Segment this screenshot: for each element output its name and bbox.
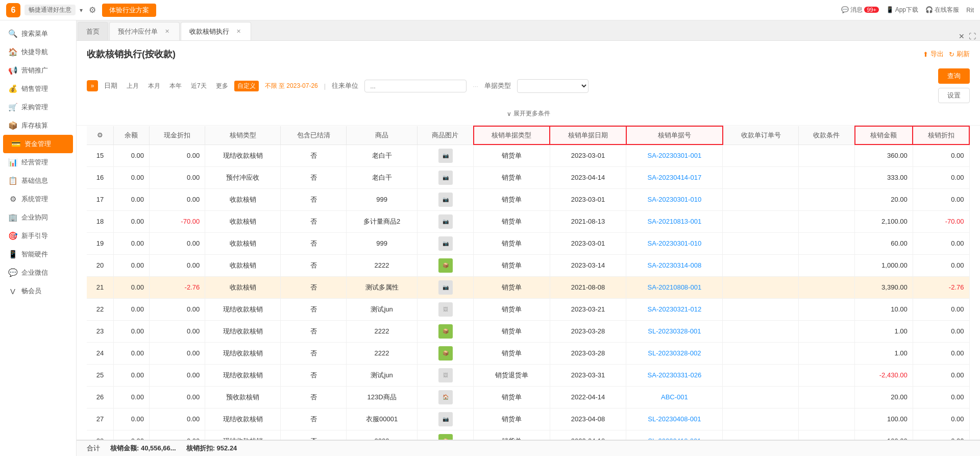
date-opt-this-month[interactable]: 本月: [145, 81, 163, 91]
cell-cancel_discount: 0.00: [913, 430, 969, 440]
cell-cancel_amount: 100.00: [855, 430, 913, 440]
cell-cancel_discount: 0.00: [913, 145, 969, 166]
cell-cancel_type: 现结收款核销: [205, 145, 281, 166]
goods-image: 📦: [438, 324, 453, 339]
date-opt-this-year[interactable]: 本年: [166, 81, 185, 91]
filter-expand-arrow[interactable]: »: [87, 80, 98, 91]
cell-goods_img: 📷: [418, 166, 474, 188]
cell-balance: 0.00: [113, 210, 149, 232]
tab-0[interactable]: 首页: [78, 22, 108, 40]
date-opt-custom[interactable]: 自定义: [234, 81, 259, 91]
close-window-icon[interactable]: ✕: [959, 32, 965, 40]
company-dropdown[interactable]: ▾: [80, 7, 83, 14]
purchase-icon: 🛒: [8, 103, 17, 112]
cell-bill_no: SA-20230321-012: [626, 298, 723, 320]
cell-cancel_amount: 1.00: [855, 320, 913, 342]
bill-no-link[interactable]: SA-20230414-017: [648, 174, 702, 181]
col-header-receipt_order: 收款单订单号: [723, 126, 799, 145]
refresh-button[interactable]: ↻ 刷新: [949, 50, 970, 59]
bill-no-link[interactable]: SA-20230301-010: [648, 196, 702, 203]
sidebar-item-capital[interactable]: 💳资金管理: [3, 135, 73, 153]
sidebar-item-enterprise[interactable]: 🏢企业协同: [0, 208, 76, 227]
sidebar-item-marketing[interactable]: 📢营销推广: [0, 61, 76, 80]
date-opt-last-month[interactable]: 上月: [124, 81, 142, 91]
sidebar-item-nav[interactable]: 🏠快捷导航: [0, 43, 76, 61]
tab-close-2[interactable]: ✕: [234, 28, 242, 36]
bill-no-link[interactable]: SL-20230408-001: [648, 415, 701, 423]
cell-settled: 否: [281, 408, 347, 430]
filter-row-1: » 日期 上月 本月 本年 近7天 更多 自定义 不限 至 2023-07-26…: [87, 65, 970, 106]
cell-receipt_order: [723, 298, 799, 320]
cell-receipt_order: [723, 342, 799, 364]
settings-button[interactable]: 设置: [938, 88, 970, 103]
cell-settled: 否: [281, 320, 347, 342]
cell-goods_img: 🖼: [418, 364, 474, 386]
main-layout: 🔍搜索菜单🏠快捷导航📢营销推广💰销售管理🛒采购管理📦库存核算💳资金管理📊经营管理…: [0, 20, 980, 456]
bill-no-link[interactable]: SA-20210808-001: [648, 283, 702, 291]
tab-close-1[interactable]: ✕: [163, 28, 171, 36]
sidebar-item-sales[interactable]: 💰销售管理: [0, 80, 76, 98]
settings-icon[interactable]: ⚙: [87, 5, 98, 16]
bill-no-link[interactable]: SL-20230328-002: [648, 349, 701, 357]
sidebar-item-member[interactable]: V畅会员: [0, 282, 76, 300]
sidebar-item-wechat[interactable]: 💬企业微信: [0, 263, 76, 282]
col-header-receipt_cond: 收款条件: [799, 126, 855, 145]
sidebar-label: 智能硬件: [21, 250, 48, 259]
bill-no-link[interactable]: SA-20230321-012: [648, 305, 702, 313]
sidebar-label: 经营管理: [21, 158, 48, 167]
sidebar-item-purchase[interactable]: 🛒采购管理: [0, 98, 76, 116]
online-service[interactable]: 🎧 在线客服: [925, 6, 959, 14]
partner-input[interactable]: [364, 80, 467, 92]
cell-cancel_discount: 0.00: [913, 298, 969, 320]
cell-goods: 2222: [346, 320, 417, 342]
bill-no-link[interactable]: SL-20230328-001: [648, 327, 701, 335]
user-name[interactable]: Rit: [966, 7, 974, 14]
sidebar-label: 基础信息: [21, 176, 48, 185]
cell-balance: 0.00: [113, 364, 149, 386]
app-download[interactable]: 📱 App下载: [886, 6, 918, 14]
cell-goods_img: 🖼: [418, 298, 474, 320]
solution-button[interactable]: 体验行业方案: [102, 4, 156, 17]
cell-goods: 多计量商品2: [346, 210, 417, 232]
doc-type-select[interactable]: [517, 79, 589, 93]
cell-goods_img: 📷: [418, 145, 474, 166]
sidebar-item-guide[interactable]: 🎯新手引导: [0, 227, 76, 245]
date-opt-7days[interactable]: 近7天: [188, 81, 210, 91]
maximize-icon[interactable]: ⛶: [969, 32, 976, 40]
expand-more-btn[interactable]: ∨ 展开更多条件: [507, 109, 550, 118]
bill-no-link[interactable]: ABC-001: [661, 393, 688, 401]
bill-no-link[interactable]: SA-20210813-001: [648, 218, 702, 225]
cell-cancel_type: 现结收款核销: [205, 364, 281, 386]
bill-no-link[interactable]: SA-20230301-001: [648, 152, 702, 159]
sidebar-item-search[interactable]: 🔍搜索菜单: [0, 25, 76, 43]
tab-2[interactable]: 收款核销执行✕: [181, 22, 251, 40]
date-opt-more[interactable]: 更多: [213, 81, 231, 91]
export-button[interactable]: ⬆ 导出: [923, 50, 944, 59]
cell-cancel_type: 收款核销: [205, 276, 281, 298]
cell-settled: 否: [281, 210, 347, 232]
bill-no-link[interactable]: SA-20230301-010: [648, 239, 702, 247]
query-button[interactable]: 查询: [938, 68, 970, 84]
sidebar-item-operation[interactable]: 📊经营管理: [0, 153, 76, 172]
cell-balance: 0.00: [113, 145, 149, 166]
cell-goods_img: 📷: [418, 210, 474, 232]
operation-icon: 📊: [8, 158, 17, 167]
cell-cancel_type: 现结收款核销: [205, 430, 281, 440]
message-area[interactable]: 💬 消息 99+: [841, 6, 879, 14]
cell-cancel_discount: 0.00: [913, 232, 969, 254]
cell-cancel_amount: -2,430.00: [855, 364, 913, 386]
sidebar-item-basic[interactable]: 📋基础信息: [0, 172, 76, 190]
cell-settled: 否: [281, 145, 347, 166]
cell-goods: 测试多属性: [346, 276, 417, 298]
sidebar-item-hardware[interactable]: 📱智能硬件: [0, 245, 76, 263]
cell-bill_date: 2023-03-01: [550, 188, 626, 210]
sidebar-item-system[interactable]: ⚙系统管理: [0, 190, 76, 208]
inventory-icon: 📦: [8, 121, 17, 130]
bill-no-link[interactable]: SA-20230314-008: [648, 261, 702, 269]
message-badge: 99+: [864, 7, 879, 13]
tab-1[interactable]: 预付冲应付单✕: [109, 22, 180, 40]
bill-no-link[interactable]: SA-20230331-026: [648, 371, 702, 379]
table-row: 220.000.00现结收款核销否测试jun🖼销货单2023-03-21SA-2…: [87, 298, 969, 320]
cell-cancel_discount: 0.00: [913, 408, 969, 430]
sidebar-item-inventory[interactable]: 📦库存核算: [0, 116, 76, 135]
